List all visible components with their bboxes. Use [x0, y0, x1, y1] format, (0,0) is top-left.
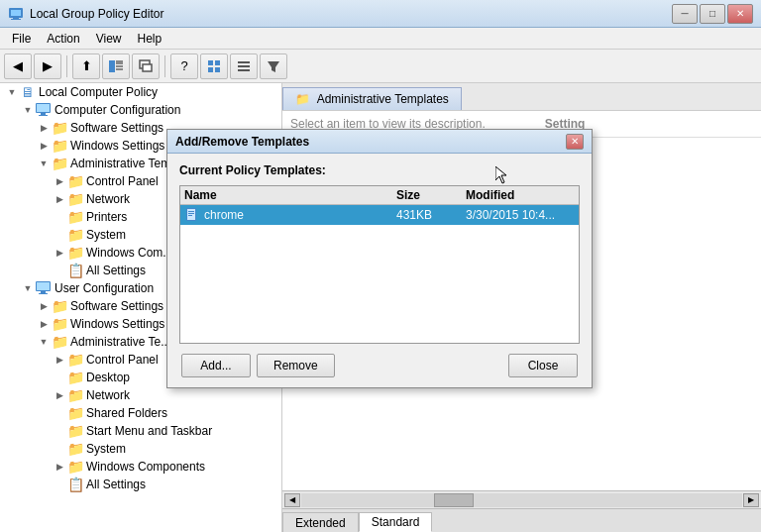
template-modified: 3/30/2015 10:4... [466, 208, 575, 222]
template-list-header: Name Size Modified [180, 186, 579, 205]
template-list-items: chrome 431KB 3/30/2015 10:4... [180, 205, 579, 225]
col-modified: Modified [466, 188, 575, 202]
dialog-title: Add/Remove Templates [175, 135, 566, 149]
dialog-overlay: Add/Remove Templates ✕ Current Policy Te… [0, 0, 761, 532]
dialog-titlebar: Add/Remove Templates ✕ [167, 130, 592, 154]
col-name: Name [184, 188, 396, 202]
remove-button[interactable]: Remove [257, 354, 335, 377]
dialog-buttons: Add... Remove Close [179, 354, 580, 377]
add-remove-templates-dialog: Add/Remove Templates ✕ Current Policy Te… [166, 129, 593, 388]
dialog-body: Current Policy Templates: Name Size Modi… [167, 154, 592, 387]
svg-rect-29 [188, 213, 194, 214]
col-size: Size [396, 188, 466, 202]
dialog-subtitle: Current Policy Templates: [179, 163, 580, 177]
template-item-icon [184, 207, 200, 223]
template-list-container[interactable]: Name Size Modified [179, 185, 580, 344]
svg-rect-27 [187, 209, 195, 220]
template-size: 431KB [396, 208, 466, 222]
template-name: chrome [204, 208, 396, 222]
svg-rect-28 [188, 211, 194, 212]
close-button[interactable]: Close [508, 354, 578, 377]
dialog-close-button[interactable]: ✕ [566, 134, 584, 150]
dialog-btn-group-left: Add... Remove [181, 354, 335, 377]
template-item[interactable]: chrome 431KB 3/30/2015 10:4... [180, 205, 579, 225]
add-button[interactable]: Add... [181, 354, 251, 377]
svg-rect-30 [188, 215, 192, 216]
